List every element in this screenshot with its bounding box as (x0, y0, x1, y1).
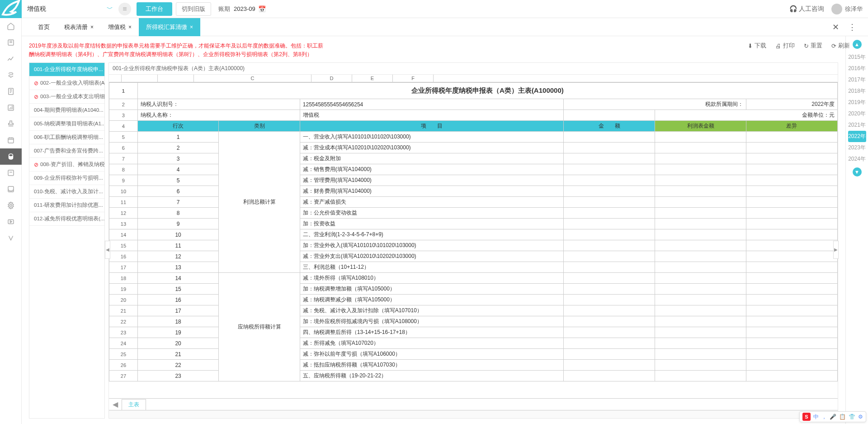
table-row[interactable]: 73减：税金及附加 (109, 153, 838, 164)
tab-税表清册[interactable]: 税表清册× (57, 18, 101, 36)
nav-stamp-icon[interactable] (0, 116, 22, 132)
form-list-item[interactable]: 009-企业所得税弥补亏损明... (29, 172, 104, 185)
col-header[interactable]: E (352, 75, 393, 82)
form-list-item[interactable]: 010-免税、减计收入及加计... (29, 185, 104, 199)
table-row[interactable]: 95减：管理费用(填写A104000) (109, 175, 838, 186)
year-button[interactable]: 2017年 (848, 74, 866, 86)
year-up-icon[interactable]: ▲ (853, 40, 862, 49)
tab-所得税汇算清缴[interactable]: 所得税汇算清缴× (139, 18, 200, 36)
ime-keyboard-icon[interactable]: 📋 (839, 414, 846, 420)
user-menu[interactable]: 徐泽华 (831, 4, 863, 14)
ime-mic-icon[interactable]: 🎤 (830, 414, 836, 420)
tab-增值税[interactable]: 增值税× (101, 18, 139, 36)
year-down-icon[interactable]: ▼ (853, 167, 862, 176)
table-row[interactable]: 128加：公允价值变动收益 (109, 208, 838, 219)
grid-body[interactable]: 1企业所得税年度纳税申报表（A类）主表(A100000)2纳税人识别号：1255… (109, 82, 838, 398)
table-row[interactable]: 1915加：纳税调整增加额（填写A105000） (109, 284, 838, 295)
table-row[interactable]: 2622减：抵扣应纳税所得额（填写A107030） (109, 360, 838, 371)
calendar-icon[interactable]: 📅 (258, 5, 266, 13)
table-row[interactable]: 2218加：境外应税所得抵减境内亏损（填写A108000） (109, 316, 838, 327)
form-list-item[interactable]: 007-广告费和业务宣传费跨... (29, 144, 104, 158)
expand-panel-icon[interactable]: ▶ (833, 241, 839, 259)
ime-item[interactable]: 中 (813, 413, 819, 421)
table-row[interactable]: 2723五、应纳税所得额（19-20-21-22） (109, 371, 838, 381)
ime-toolbar[interactable]: S 中 ， 🎤 📋 👕 ⚙ (799, 411, 866, 422)
company-selector[interactable]: 增值税 ﹀ (27, 5, 113, 13)
nav-doc-icon[interactable] (0, 83, 22, 100)
period-value[interactable]: 2023-09 (234, 5, 255, 12)
refresh-button[interactable]: ⟳ 刷新 (831, 42, 850, 50)
download-button[interactable]: ⬇ 下载 (748, 42, 766, 50)
table-row[interactable]: 1612减：营业外支出(填写A102010\102020\103000) (109, 251, 838, 262)
form-list-item[interactable]: 006-职工薪酬纳税调整明细... (29, 131, 104, 144)
col-header[interactable] (158, 75, 194, 82)
col-header[interactable] (122, 75, 158, 82)
tab-close-icon[interactable]: × (90, 24, 94, 30)
nav-calendar-icon[interactable] (0, 132, 22, 148)
nav-home-icon[interactable] (0, 18, 22, 34)
table-row[interactable]: 1410二、营业利润(1-2-3-4-5-6-7+8+9) (109, 229, 838, 240)
form-list-item[interactable]: 012-减免所得税优惠明细表(... (29, 212, 104, 226)
collapse-panel-icon[interactable]: ◀ (105, 241, 110, 259)
year-button[interactable]: 2023年 (848, 142, 866, 153)
table-row[interactable]: 106减：财务费用(填写A104000) (109, 186, 838, 197)
table-row[interactable]: 2521减：弥补以前年度亏损（填写A106000） (109, 349, 838, 360)
year-button[interactable]: 2021年 (848, 119, 866, 131)
year-button[interactable]: 2018年 (848, 86, 866, 97)
nav-ledger-icon[interactable] (0, 34, 22, 51)
table-row[interactable]: 84减：销售费用(填写A104000) (109, 164, 838, 175)
year-button[interactable]: 2020年 (848, 108, 866, 119)
table-row[interactable]: 2319四、纳税调整后所得（13-14+15-16-17+18） (109, 327, 838, 338)
table-row[interactable]: 2420减：所得减免（填写A107020） (109, 338, 838, 349)
year-button[interactable]: 2022年 (848, 131, 866, 142)
close-all-tabs-icon[interactable]: ✕ (830, 22, 842, 32)
form-list-item[interactable]: 001-企业所得税年度纳税申... (29, 63, 104, 76)
print-button[interactable]: 🖨 打印 (775, 42, 795, 50)
form-list-item[interactable]: 004-期间费用明细表(A1040... (29, 104, 104, 117)
nav-chart-icon[interactable] (0, 51, 22, 67)
nav-video-icon[interactable] (0, 214, 22, 230)
ime-settings-icon[interactable]: ⚙ (858, 414, 863, 420)
horizontal-scrollbar[interactable] (109, 410, 838, 418)
workspace-button[interactable]: 工作台 (137, 2, 172, 16)
reset-button[interactable]: ↻ 重置 (804, 42, 822, 50)
col-header[interactable]: C (194, 75, 311, 82)
table-row[interactable]: 1511加：营业外收入(填写A101010\101020\103000) (109, 240, 838, 251)
switch-old-button[interactable]: 切到旧版 (176, 2, 211, 16)
sheet-nav-prev-icon[interactable]: ◀ (113, 400, 118, 409)
table-row[interactable]: 1713三、利润总额（10+11-12） (109, 262, 838, 273)
nav-v-icon[interactable] (0, 230, 22, 246)
form-list-item[interactable]: ⊘008-资产折旧、摊销及纳税... (29, 158, 104, 172)
form-list-item[interactable]: ⊘002-一般企业收入明细表(A1... (29, 76, 104, 90)
year-button[interactable]: 2016年 (848, 63, 866, 74)
form-list-item[interactable]: ⊘003-一般企业成本支出明细... (29, 90, 104, 104)
table-row[interactable]: 117减：资产减值损失 (109, 197, 838, 208)
sheet-tab-main[interactable]: 主表 (122, 399, 146, 410)
tab-close-icon[interactable]: × (190, 24, 193, 30)
nav-report-icon[interactable] (0, 100, 22, 116)
tab-close-icon[interactable]: × (128, 24, 132, 30)
table-row[interactable]: 2117减：免税、减计收入及加计扣除（填写A107010） (109, 305, 838, 316)
nav-money-icon[interactable] (0, 67, 22, 83)
ime-skin-icon[interactable]: 👕 (849, 414, 855, 420)
headset-icon[interactable]: 🎧 人工咨询 (789, 5, 824, 13)
table-row[interactable]: 139加：投资收益 (109, 219, 838, 229)
ime-item[interactable]: ， (821, 413, 827, 421)
list-icon[interactable]: ≡ (118, 3, 131, 15)
table-row[interactable]: 51利润总额计算一、营业收入(填写A101010\101020\103000) (109, 132, 838, 143)
nav-settings-icon[interactable] (0, 197, 22, 214)
col-header[interactable] (109, 75, 122, 82)
form-list-item[interactable]: 005-纳税调整项目明细表(A1... (29, 117, 104, 131)
nav-archive-icon[interactable] (0, 165, 22, 181)
col-header[interactable]: D (311, 75, 352, 82)
table-row[interactable]: 2016减：纳税调整减少额（填写A105000） (109, 295, 838, 305)
year-button[interactable]: 2024年 (848, 153, 866, 165)
form-list-item[interactable]: 011-研发费用加计扣除优惠... (29, 199, 104, 212)
col-header[interactable]: F (393, 75, 434, 82)
year-button[interactable]: 2019年 (848, 97, 866, 108)
tabs-menu-icon[interactable]: ⋮ (845, 22, 859, 32)
tab-首页[interactable]: 首页 (31, 18, 57, 36)
table-row[interactable]: 1814应纳税所得额计算减：境外所得（填写A108010） (109, 273, 838, 284)
nav-inbox-icon[interactable] (0, 181, 22, 197)
nav-tax-icon[interactable] (0, 148, 22, 165)
